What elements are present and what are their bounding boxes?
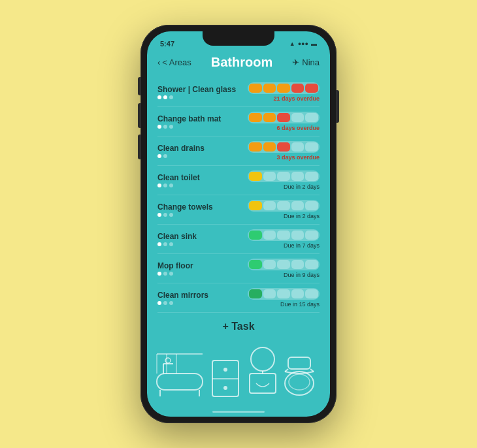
dot xyxy=(169,272,173,276)
task-name: Clean sink xyxy=(157,232,248,241)
task-right: 3 days overdue xyxy=(248,141,320,161)
dot xyxy=(163,184,167,187)
progress-segment xyxy=(305,142,318,152)
task-left: Clean mirrors xyxy=(157,291,248,305)
svg-point-12 xyxy=(223,368,227,372)
task-dots xyxy=(157,242,248,246)
task-left: Change bath mat xyxy=(157,114,248,129)
dot xyxy=(157,301,161,305)
progress-segment xyxy=(263,142,276,152)
task-item[interactable]: Change bath mat6 days overdue xyxy=(157,107,320,136)
back-button[interactable]: ‹ < Areas xyxy=(157,57,191,67)
progress-bar xyxy=(248,112,320,123)
task-right: Due in 9 days xyxy=(248,259,320,278)
progress-segment xyxy=(305,260,318,269)
progress-bar xyxy=(248,259,320,270)
task-dots xyxy=(157,213,248,217)
dot xyxy=(169,184,173,187)
task-item[interactable]: Change towelsDue in 2 days xyxy=(157,195,320,225)
dot xyxy=(157,154,161,158)
dot xyxy=(169,301,173,305)
task-name: Mop floor xyxy=(157,261,248,270)
toilet-icon xyxy=(285,357,314,395)
task-right: Due in 15 days xyxy=(248,288,320,308)
progress-segment xyxy=(277,142,290,152)
progress-segment xyxy=(263,260,276,269)
svg-rect-15 xyxy=(250,374,276,393)
dot xyxy=(163,301,167,305)
dot xyxy=(157,213,161,217)
svg-point-3 xyxy=(165,358,171,363)
task-dots xyxy=(157,272,248,276)
progress-segment xyxy=(305,84,318,93)
progress-segment xyxy=(249,260,262,269)
task-item[interactable]: Shower | Clean glass21 days overdue xyxy=(157,78,320,107)
user-icon: ✈ xyxy=(292,57,299,67)
progress-segment xyxy=(249,201,262,210)
battery-icon: ▬ xyxy=(311,40,317,47)
dot xyxy=(157,272,161,276)
task-dots xyxy=(157,301,248,305)
task-status: Due in 15 days xyxy=(280,301,320,308)
task-item[interactable]: Clean sinkDue in 7 days xyxy=(157,225,320,254)
task-list: Shower | Clean glass21 days overdueChang… xyxy=(147,78,330,313)
progress-segment xyxy=(263,84,276,93)
bathtub-icon xyxy=(157,354,203,396)
dot xyxy=(157,125,161,129)
progress-segment xyxy=(277,84,290,93)
task-left: Clean sink xyxy=(157,232,248,246)
progress-segment xyxy=(249,142,262,152)
progress-segment xyxy=(291,231,304,240)
progress-segment xyxy=(291,142,304,152)
dot xyxy=(169,213,173,217)
dot xyxy=(157,95,161,99)
user-name: Nina xyxy=(302,57,320,67)
progress-segment xyxy=(305,289,318,298)
task-item[interactable]: Clean mirrorsDue in 15 days xyxy=(157,283,320,313)
progress-segment xyxy=(305,231,318,240)
task-item[interactable]: Mop floorDue in 9 days xyxy=(157,254,320,283)
task-item[interactable]: Clean drains3 days overdue xyxy=(157,136,320,166)
task-item[interactable]: Clean toiletDue in 2 days xyxy=(157,166,320,195)
progress-segment xyxy=(263,172,276,181)
progress-segment xyxy=(291,201,304,210)
progress-bar xyxy=(248,82,320,94)
progress-segment xyxy=(249,113,262,122)
mute-button xyxy=(138,77,140,95)
progress-segment xyxy=(263,113,276,122)
progress-segment xyxy=(249,289,262,298)
back-label[interactable]: < Areas xyxy=(162,57,191,67)
task-status: 3 days overdue xyxy=(276,154,320,161)
svg-point-13 xyxy=(223,386,227,390)
power-button xyxy=(337,90,339,123)
dot xyxy=(157,242,161,246)
task-dots xyxy=(157,95,248,99)
svg-point-14 xyxy=(251,347,274,371)
progress-segment xyxy=(291,172,304,181)
progress-segment xyxy=(305,172,318,181)
task-left: Mop floor xyxy=(157,261,248,276)
notch xyxy=(203,31,274,46)
progress-segment xyxy=(291,260,304,269)
task-status: 6 days overdue xyxy=(276,125,320,131)
progress-segment xyxy=(263,231,276,240)
nav-bar: ‹ < Areas Bathroom ✈ Nina xyxy=(147,52,330,75)
svg-rect-17 xyxy=(288,357,310,369)
add-task-button[interactable]: + Task xyxy=(147,313,330,338)
progress-bar xyxy=(248,229,320,241)
progress-segment xyxy=(249,84,262,93)
progress-segment xyxy=(277,260,290,269)
dot xyxy=(163,125,167,129)
task-right: Due in 2 days xyxy=(248,200,320,219)
chevron-left-icon: ‹ xyxy=(157,57,160,67)
dot xyxy=(163,242,167,246)
signal-icon: ●●● xyxy=(298,40,308,47)
progress-segment xyxy=(263,289,276,298)
task-dots xyxy=(157,184,248,187)
task-list-container: Shower | Clean glass21 days overdueChang… xyxy=(147,75,330,345)
user-button[interactable]: ✈ Nina xyxy=(292,57,320,67)
status-icons: ▲ ●●● ▬ xyxy=(289,40,317,47)
progress-bar xyxy=(248,170,320,182)
progress-segment xyxy=(263,201,276,210)
status-time: 5:47 xyxy=(160,40,174,48)
